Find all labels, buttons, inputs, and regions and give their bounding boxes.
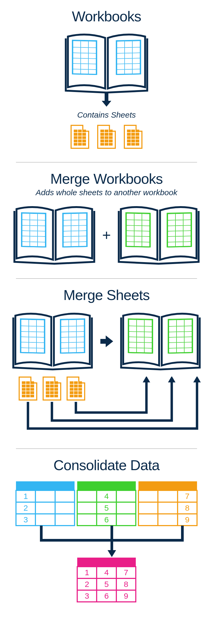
table-cell: 8 xyxy=(116,578,136,591)
table-cell xyxy=(35,502,55,514)
table-cell: 9 xyxy=(116,590,136,602)
table-cell xyxy=(138,490,158,503)
table-cell xyxy=(77,502,97,514)
table-cell: 7 xyxy=(177,490,198,503)
table-cell xyxy=(35,490,55,503)
data-table-green: 456 xyxy=(77,481,136,526)
data-table-orange: 789 xyxy=(138,481,197,526)
workbook-icon xyxy=(12,205,97,265)
table-cell: 1 xyxy=(15,490,36,503)
table-cell xyxy=(157,490,178,503)
section-subtitle: Adds whole sheets to another workbook xyxy=(11,188,202,197)
table-cell xyxy=(35,513,55,526)
workbook-icon xyxy=(63,33,150,94)
workbook-icon xyxy=(11,311,95,371)
spreadsheet-icon xyxy=(168,318,193,354)
table-cell xyxy=(55,490,75,503)
table-cell xyxy=(116,490,136,503)
plus-icon: + xyxy=(102,226,111,244)
table-cell xyxy=(157,502,178,514)
table-cell: 1 xyxy=(77,566,97,579)
table-cell xyxy=(138,513,158,526)
sheet-file-icon xyxy=(124,125,142,149)
spreadsheet-icon xyxy=(60,318,85,354)
spreadsheet-icon xyxy=(21,212,46,247)
spreadsheet-icon xyxy=(116,40,141,75)
spreadsheet-icon xyxy=(167,212,192,247)
table-cell: 3 xyxy=(15,513,36,526)
consolidate-connector xyxy=(11,526,213,558)
svg-marker-0 xyxy=(193,377,201,382)
table-cell: 5 xyxy=(96,578,117,591)
table-cell: 9 xyxy=(177,513,198,526)
table-cell: 2 xyxy=(77,578,97,591)
spreadsheet-icon xyxy=(125,212,151,247)
section-merge-sheets: Merge Sheets xyxy=(0,279,213,449)
spreadsheet-icon xyxy=(128,318,153,354)
table-cell: 7 xyxy=(116,566,136,579)
section-workbooks: Workbooks xyxy=(0,0,213,162)
table-cell: 6 xyxy=(96,513,117,526)
table-cell: 2 xyxy=(15,502,36,514)
sheet-file-icon xyxy=(71,125,89,149)
workbook-icon xyxy=(116,205,201,265)
table-cell xyxy=(116,502,136,514)
table-cell: 5 xyxy=(96,502,117,514)
table-cell: 4 xyxy=(96,490,117,503)
caption: Contains Sheets xyxy=(11,110,202,119)
table-cell xyxy=(55,502,75,514)
section-consolidate: Consolidate Data 123 456 789 147258369 xyxy=(0,449,213,615)
section-title: Workbooks xyxy=(11,8,202,25)
table-cell xyxy=(157,513,178,526)
spreadsheet-icon xyxy=(20,318,45,354)
svg-marker-1 xyxy=(168,377,175,382)
svg-marker-3 xyxy=(108,550,116,557)
table-cell: 4 xyxy=(96,566,117,579)
sheets-row xyxy=(11,125,202,149)
section-title: Merge Sheets xyxy=(11,287,202,303)
table-cell xyxy=(138,502,158,514)
table-cell xyxy=(116,513,136,526)
workbook-icon xyxy=(118,311,202,371)
section-merge-workbooks: Merge Workbooks Adds whole sheets to ano… xyxy=(0,162,213,278)
table-cell xyxy=(55,513,75,526)
svg-marker-2 xyxy=(143,377,150,382)
section-title: Consolidate Data xyxy=(11,457,202,473)
data-table-blue: 123 xyxy=(16,481,75,526)
table-cell: 3 xyxy=(77,590,97,602)
merge-connector xyxy=(11,377,208,435)
spreadsheet-icon xyxy=(62,212,88,247)
data-table-result: 147258369 xyxy=(77,558,136,602)
table-cell xyxy=(77,490,97,503)
table-cell: 8 xyxy=(177,502,198,514)
arrow-right-icon xyxy=(106,335,113,347)
arrow-down-icon xyxy=(102,101,111,107)
spreadsheet-icon xyxy=(72,40,97,75)
section-title: Merge Workbooks xyxy=(11,170,202,187)
sheet-file-icon xyxy=(97,125,116,149)
table-cell xyxy=(77,513,97,526)
table-cell: 6 xyxy=(96,590,117,602)
